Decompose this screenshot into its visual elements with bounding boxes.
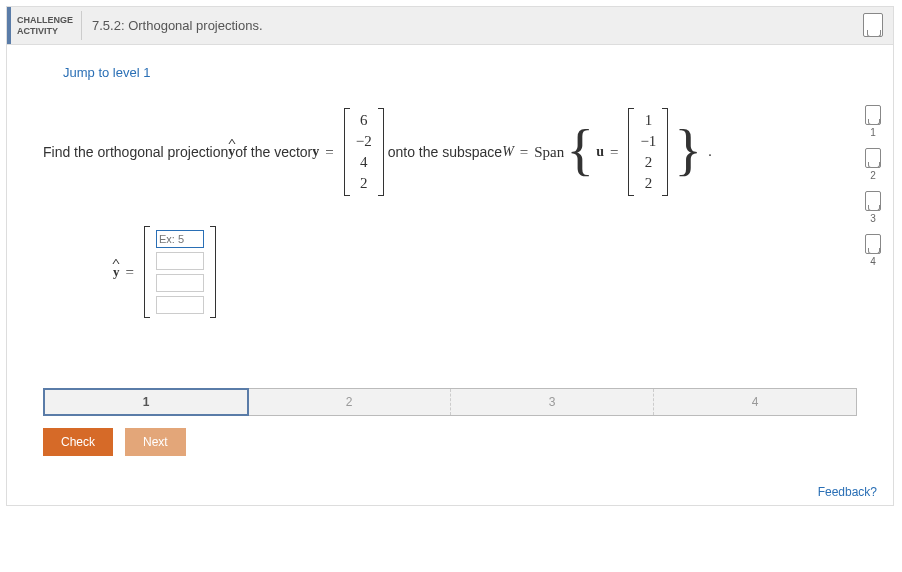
action-buttons: Check Next — [43, 428, 857, 456]
ans-bracket-right — [210, 226, 216, 318]
y-symbol: y — [312, 144, 319, 160]
u-symbol: u — [596, 144, 604, 160]
tag-line1: CHALLENGE — [17, 15, 73, 26]
y-entry-0: 6 — [360, 112, 368, 129]
activity-title: 7.5.2: Orthogonal projections. — [82, 7, 263, 44]
span-text: Span — [534, 144, 564, 161]
side-step-num-4: 4 — [870, 256, 876, 267]
answer-label: y — [113, 264, 120, 280]
jump-to-level-link[interactable]: Jump to level 1 — [63, 65, 150, 80]
y-entry-2: 4 — [360, 154, 368, 171]
level-cell-3[interactable]: 3 — [451, 389, 654, 415]
problem-pre: Find the orthogonal projection — [43, 144, 228, 160]
answer-input-2[interactable] — [156, 274, 204, 292]
bookmark-icon — [865, 148, 881, 168]
answer-input-0[interactable] — [156, 230, 204, 248]
side-step-num-2: 2 — [870, 170, 876, 181]
feedback-link[interactable]: Feedback? — [818, 485, 877, 499]
side-step-num-3: 3 — [870, 213, 876, 224]
side-progress: 1 2 3 4 — [865, 105, 881, 267]
level-progress-bar: 1 2 3 4 — [43, 388, 857, 416]
bookmark-icon — [865, 105, 881, 125]
problem-statement: Find the orthogonal projection y of the … — [43, 108, 857, 196]
vector-y-entries: 6 −2 4 2 — [350, 108, 378, 196]
check-button[interactable]: Check — [43, 428, 113, 456]
answer-input-1[interactable] — [156, 252, 204, 270]
answer-vector — [144, 226, 216, 318]
problem-mid2: onto the subspace — [388, 144, 502, 160]
bookmark-icon[interactable] — [863, 13, 883, 37]
bracket-right-u — [662, 108, 668, 196]
u-entry-0: 1 — [645, 112, 653, 129]
level-cell-1[interactable]: 1 — [43, 388, 249, 416]
activity-card: CHALLENGE ACTIVITY 7.5.2: Orthogonal pro… — [6, 6, 894, 506]
level-cell-2[interactable]: 2 — [248, 389, 451, 415]
y-entry-3: 2 — [360, 175, 368, 192]
period: . — [708, 144, 712, 160]
answer-row: y = — [113, 226, 857, 318]
side-step-num-1: 1 — [870, 127, 876, 138]
side-step-1[interactable]: 1 — [865, 105, 881, 138]
vector-y: 6 −2 4 2 — [344, 108, 384, 196]
answer-input-3[interactable] — [156, 296, 204, 314]
problem-mid1: of the vector — [235, 144, 312, 160]
equals-1: = — [325, 144, 333, 161]
brace-right: } — [672, 124, 704, 176]
level-cell-4[interactable]: 4 — [654, 389, 856, 415]
bracket-right — [378, 108, 384, 196]
card-body: Jump to level 1 Find the orthogonal proj… — [7, 45, 893, 505]
bookmark-icon — [865, 191, 881, 211]
W-symbol: W — [502, 144, 514, 160]
equals-ans: = — [126, 264, 134, 281]
vector-u-entries: 1 −1 2 2 — [634, 108, 662, 196]
y-entry-1: −2 — [356, 133, 372, 150]
u-entry-2: 2 — [645, 154, 653, 171]
answer-inputs — [150, 226, 210, 318]
u-entry-3: 2 — [645, 175, 653, 192]
y-hat-symbol: y — [228, 144, 235, 160]
equals-2: = — [520, 144, 528, 161]
vector-u: 1 −1 2 2 — [628, 108, 668, 196]
equals-3: = — [610, 144, 618, 161]
brace-left: { — [564, 124, 596, 176]
tag-line2: ACTIVITY — [17, 26, 73, 37]
card-header: CHALLENGE ACTIVITY 7.5.2: Orthogonal pro… — [7, 7, 893, 45]
side-step-3[interactable]: 3 — [865, 191, 881, 224]
u-entry-1: −1 — [640, 133, 656, 150]
side-step-4[interactable]: 4 — [865, 234, 881, 267]
bookmark-icon — [865, 234, 881, 254]
side-step-2[interactable]: 2 — [865, 148, 881, 181]
activity-tag: CHALLENGE ACTIVITY — [11, 7, 81, 44]
next-button[interactable]: Next — [125, 428, 186, 456]
